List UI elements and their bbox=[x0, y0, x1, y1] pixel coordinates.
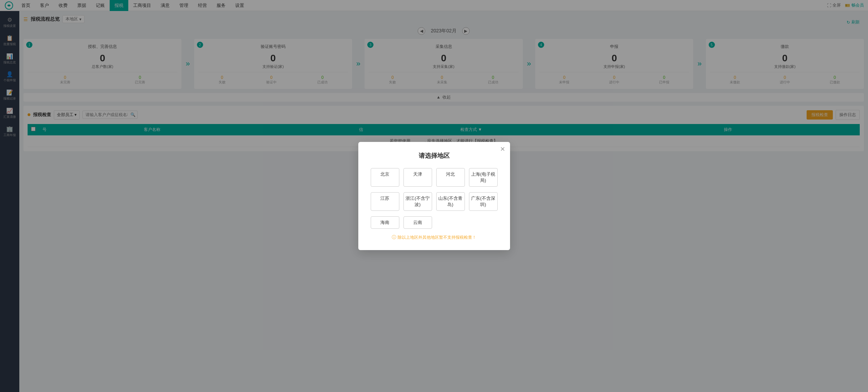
region-row-3: 海南云南 bbox=[371, 216, 498, 229]
region-btn-empty-3-0 bbox=[436, 216, 465, 229]
region-btn-浙江(不含宁波)[interactable]: 浙江(不含宁波) bbox=[403, 192, 432, 211]
region-btn-天津[interactable]: 天津 bbox=[403, 168, 432, 187]
region-select-modal: ✕ 请选择地区 北京天津河北上海(电子税局) 江苏浙江(不含宁波)山东(不含青岛… bbox=[358, 142, 510, 250]
modal-overlay: ✕ 请选择地区 北京天津河北上海(电子税局) 江苏浙江(不含宁波)山东(不含青岛… bbox=[0, 0, 868, 392]
modal-title: 请选择地区 bbox=[371, 152, 498, 160]
region-btn-山东(不含青岛)[interactable]: 山东(不含青岛) bbox=[436, 192, 465, 211]
region-row-2: 江苏浙江(不含宁波)山东(不含青岛)广东(不含深圳) bbox=[371, 192, 498, 211]
warning-icon: ⓘ bbox=[392, 234, 396, 240]
region-btn-河北[interactable]: 河北 bbox=[436, 168, 465, 187]
region-row-1: 北京天津河北上海(电子税局) bbox=[371, 168, 498, 187]
region-btn-江苏[interactable]: 江苏 bbox=[371, 192, 399, 211]
region-btn-云南[interactable]: 云南 bbox=[403, 216, 432, 229]
region-btn-北京[interactable]: 北京 bbox=[371, 168, 399, 187]
region-btn-广东(不含深圳)[interactable]: 广东(不含深圳) bbox=[469, 192, 498, 211]
modal-warning: ⓘ 除以上地区外其他地区暂不支持报税检查！ bbox=[371, 234, 498, 240]
warning-text: 除以上地区外其他地区暂不支持报税检查！ bbox=[398, 235, 476, 240]
region-btn-empty-3-1 bbox=[469, 216, 498, 229]
region-btn-海南[interactable]: 海南 bbox=[371, 216, 399, 229]
modal-close-button[interactable]: ✕ bbox=[500, 146, 505, 152]
region-btn-上海(电子税局)[interactable]: 上海(电子税局) bbox=[469, 168, 498, 187]
